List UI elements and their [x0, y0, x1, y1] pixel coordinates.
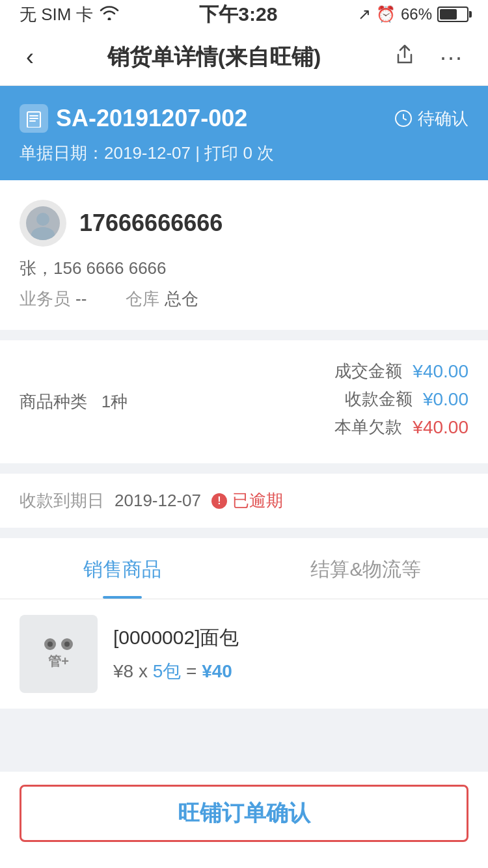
order-icon: [20, 104, 48, 133]
avatar: [20, 200, 66, 247]
confirm-button[interactable]: 旺铺订单确认: [20, 785, 468, 842]
received-value: ¥0.00: [423, 389, 468, 410]
due-label: 收款到期日: [20, 489, 104, 512]
status-bar: 无 SIM 卡 下午3:28 ↗ ⏰ 66%: [0, 0, 488, 29]
carrier-label: 无 SIM 卡: [20, 3, 93, 26]
salesperson-label: 业务员: [20, 288, 70, 310]
price-base: ¥8: [113, 661, 133, 681]
customer-top: 17666666666: [20, 200, 468, 247]
tab-settlement[interactable]: 结算&物流等: [244, 538, 488, 599]
order-status: 待确认: [394, 107, 468, 130]
price-total: ¥40: [202, 661, 232, 681]
product-thumbnail: 管+: [20, 615, 98, 693]
order-banner: SA-20191207-002 待确认 单据日期：2019-12-07 | 打印…: [0, 86, 488, 180]
received-row: 收款金额 ¥0.00: [334, 388, 468, 411]
price-multiply: x: [139, 661, 153, 681]
due-date-value: 2019-12-07: [115, 491, 201, 511]
nav-actions: ···: [388, 38, 468, 76]
transaction-label: 成交金额: [334, 360, 402, 383]
svg-point-3: [31, 227, 55, 240]
tab-sales[interactable]: 销售商品: [0, 538, 244, 599]
order-banner-top: SA-20191207-002 待确认: [20, 104, 468, 133]
order-id-text: SA-20191207-002: [56, 105, 247, 132]
product-types-label: 商品种类: [20, 392, 87, 411]
salesperson-value: --: [75, 289, 87, 309]
bottom-action: 旺铺订单确认: [0, 772, 488, 868]
customer-phone: 17666666666: [79, 210, 223, 237]
owed-row: 本单欠款 ¥40.00: [334, 416, 468, 439]
product-name: [0000002]面包: [113, 625, 468, 651]
warehouse-value: 总仓: [165, 288, 198, 310]
order-meta: 单据日期：2019-12-07 | 打印 0 次: [20, 142, 468, 165]
avatar-icon: [26, 206, 60, 240]
overdue-badge: ! 已逾期: [211, 489, 283, 512]
wifi-icon: [100, 5, 119, 25]
product-price: ¥8 x 5包 = ¥40: [113, 659, 468, 684]
order-id: SA-20191207-002: [20, 104, 247, 133]
product-info: [0000002]面包 ¥8 x 5包 = ¥40: [113, 625, 468, 684]
page-title: 销货单详情(来自旺铺): [40, 42, 388, 72]
warehouse-label: 仓库: [126, 288, 159, 310]
overdue-label: 已逾期: [232, 489, 283, 512]
alarm-icon: ⏰: [376, 5, 396, 23]
product-logo: 管+: [44, 638, 73, 670]
svg-point-2: [36, 213, 49, 226]
svg-rect-0: [27, 112, 40, 128]
nav-bar: ‹ 销货单详情(来自旺铺) ···: [0, 29, 488, 86]
summary-right: 成交金额 ¥40.00 收款金额 ¥0.00 本单欠款 ¥40.00: [334, 360, 468, 444]
table-row: 管+ [0000002]面包 ¥8 x 5包 = ¥40: [20, 615, 468, 693]
due-date-section: 收款到期日 2019-12-07 ! 已逾期: [0, 474, 488, 528]
back-button[interactable]: ‹: [20, 37, 40, 77]
customer-meta: 业务员 -- 仓库 总仓: [20, 288, 468, 310]
product-list: 管+ [0000002]面包 ¥8 x 5包 = ¥40: [0, 599, 488, 709]
battery-percent: 66%: [401, 5, 432, 23]
summary-left: 商品种类 1种: [20, 390, 128, 413]
logo-text: 管+: [48, 653, 69, 670]
owed-value: ¥40.00: [413, 417, 468, 438]
logo-eye-left: [44, 638, 56, 650]
logo-eye-right: [61, 638, 73, 650]
status-label: 待确认: [418, 107, 468, 130]
owed-label: 本单欠款: [334, 416, 402, 439]
tabs: 销售商品 结算&物流等: [0, 538, 488, 599]
logo-eyes: [44, 638, 73, 650]
warehouse-info: 仓库 总仓: [126, 288, 198, 310]
status-left: 无 SIM 卡: [20, 3, 119, 26]
status-right: ↗ ⏰ 66%: [358, 5, 468, 23]
battery-icon: [437, 7, 468, 22]
overdue-dot-icon: !: [211, 493, 227, 509]
price-qty: 5包: [153, 661, 182, 681]
share-button[interactable]: [388, 38, 422, 76]
transaction-value: ¥40.00: [413, 361, 468, 382]
customer-name: 张，156 6666 6666: [20, 257, 468, 280]
product-types-value: 1种: [102, 392, 128, 411]
price-equals: =: [186, 661, 202, 681]
summary-row: 商品种类 1种 成交金额 ¥40.00 收款金额 ¥0.00 本单欠款 ¥40.…: [20, 360, 468, 444]
transaction-row: 成交金额 ¥40.00: [334, 360, 468, 383]
salesperson-info: 业务员 --: [20, 288, 87, 310]
more-button[interactable]: ···: [435, 38, 468, 76]
location-icon: ↗: [358, 5, 371, 23]
status-time: 下午3:28: [199, 1, 277, 28]
received-label: 收款金额: [345, 388, 413, 411]
summary-card: 商品种类 1种 成交金额 ¥40.00 收款金额 ¥0.00 本单欠款 ¥40.…: [0, 340, 488, 463]
customer-card: 17666666666 张，156 6666 6666 业务员 -- 仓库 总仓: [0, 180, 488, 330]
tabs-container: 销售商品 结算&物流等 管+ [0000002]面包 ¥8 x 5包: [0, 538, 488, 709]
